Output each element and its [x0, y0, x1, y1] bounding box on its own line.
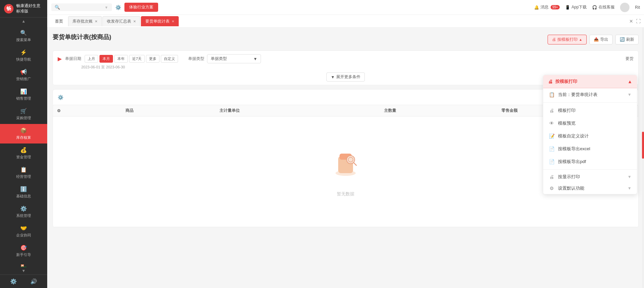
right-filter-group: 要货: [625, 56, 634, 62]
sidebar-icon-marketing: 📢: [20, 69, 27, 75]
dropdown-item-export-excel[interactable]: 📄按模板导出excel: [543, 142, 637, 155]
sidebar-item-quicknav[interactable]: ⚡快捷导航: [0, 46, 47, 65]
dropdown-item-template-design[interactable]: 📝模板自定义设计: [543, 130, 637, 142]
section-arrow-default-func: ▼: [627, 186, 632, 191]
refresh-btn[interactable]: 🔄 刷新: [615, 35, 639, 44]
dropdown-items-list: 🖨模板打印👁模板预览📝模板自定义设计📄按模板导出excel📄按模板导出pdf: [543, 104, 637, 168]
window-close-icon[interactable]: ✕: [629, 19, 633, 24]
sidebar-item-operations[interactable]: 📋经营管理: [0, 163, 47, 183]
main-area: 🔍 ▼ ⚙️ 体验行业方案 🔔 消息 99+ 📱 App下载 🎧 在线客服 Ri…: [47, 0, 644, 288]
topbar-gear-icon[interactable]: ⚙️: [115, 5, 121, 10]
sidebar-icon-enterprise: 🤝: [20, 225, 27, 231]
logo-icon: 畅: [4, 4, 13, 13]
sidebar-label-purchase: 采购管理: [16, 116, 31, 121]
current-template-item[interactable]: 📋 当前：要货单统计表 ▼: [543, 88, 637, 101]
sidebar-label-search: 搜索菜单: [16, 37, 31, 42]
date-btn-last7days[interactable]: 近7天: [129, 55, 145, 63]
sidebar-item-newbie[interactable]: 🎯新手引导: [0, 241, 47, 261]
sidebar-item-purchase[interactable]: 🛒采购管理: [0, 104, 47, 124]
settings-footer-icon[interactable]: ⚙️: [10, 278, 17, 285]
sidebar-icon-finance: 💰: [20, 147, 27, 153]
print-template-btn[interactable]: 🖨 按模板打印 ▲: [548, 35, 587, 44]
date-buttons-group: 上月本月本年近7天更多自定义: [85, 55, 178, 63]
sidebar-icon-purchase: 🛒: [20, 108, 27, 114]
sidebar-item-enterprise[interactable]: 🤝企业协同: [0, 222, 47, 241]
date-btn-more[interactable]: 更多: [146, 55, 159, 63]
sidebar-label-enterprise: 企业协同: [16, 233, 31, 238]
filter-expand-icon[interactable]: ▶: [58, 56, 62, 62]
sidebar-item-search[interactable]: 🔍搜索菜单: [0, 26, 47, 46]
col-header-product: 商品: [121, 105, 215, 117]
dropdown-sections-list: 🖨按显示打印▼⚙设置默认功能▼: [543, 171, 637, 194]
refresh-icon: 🔄: [620, 37, 625, 42]
sidebar-icon-newbie: 🎯: [20, 245, 27, 251]
avatar[interactable]: [620, 3, 630, 12]
expand-more-btn[interactable]: ▼ 展开更多条件: [326, 72, 365, 82]
tab-label-inventory-batch: 库存批次账: [72, 19, 93, 24]
dropdown-item-template-preview[interactable]: 👁模板预览: [543, 117, 637, 130]
order-type-label: 单据类型: [188, 56, 204, 62]
sidebar-label-inventory: 库存核算: [16, 135, 31, 140]
order-type-select[interactable]: 单据类型 ▼: [207, 54, 261, 63]
expand-icon: ▼: [331, 75, 335, 79]
tab-receivables[interactable]: 收发存汇总表✕: [103, 16, 140, 26]
headset-icon: 🎧: [592, 5, 597, 10]
date-btn-custom[interactable]: 自定义: [161, 55, 178, 63]
dropdown-divider-2: [543, 169, 637, 170]
dropdown-item-template-print[interactable]: 🖨模板打印: [543, 104, 637, 117]
online-service-btn[interactable]: 🎧 在线客服: [592, 4, 615, 10]
sidebar-item-basics[interactable]: ℹ️基础信息: [0, 183, 47, 202]
window-expand-icon[interactable]: ⛶: [636, 19, 641, 24]
order-type-filter: 单据类型 单据类型 ▼: [188, 54, 261, 63]
current-template-label: 当前：要货单统计表: [558, 92, 597, 98]
search-input[interactable]: [62, 5, 103, 10]
notifications-btn[interactable]: 🔔 消息 99+: [534, 4, 560, 10]
date-btn-prev_month[interactable]: 上月: [85, 55, 98, 63]
col-header-settings: ⚙: [53, 105, 121, 117]
sidebar-item-finance[interactable]: 💰资金管理: [0, 143, 47, 163]
dropdown-item-label-template-print: 模板打印: [558, 107, 576, 114]
dropdown-close-icon[interactable]: ▲: [627, 79, 632, 84]
scrollbar-thumb[interactable]: [642, 132, 644, 159]
sidebar-scroll-up[interactable]: ▲: [0, 18, 47, 25]
dropdown-section-default-func[interactable]: ⚙设置默认功能▼: [543, 183, 637, 194]
tab-order-stats[interactable]: 要货单统计表✕: [141, 16, 179, 26]
sidebar-item-system[interactable]: ⚙️系统管理: [0, 202, 47, 222]
section-label-display-print: 按显示打印: [558, 174, 580, 180]
tab-home[interactable]: 首页: [51, 16, 67, 26]
col-header-quantity: 主数量: [380, 105, 497, 117]
dropdown-item-icon-template-preview: 👁: [549, 121, 555, 126]
dropdown-section-display-print[interactable]: 🖨按显示打印▼: [543, 171, 637, 183]
tab-close-order-stats[interactable]: ✕: [172, 20, 174, 23]
audio-footer-icon[interactable]: 🔊: [30, 278, 37, 285]
sidebar-item-inventory[interactable]: 📦库存核算: [0, 124, 47, 143]
dropdown-icon[interactable]: ▼: [105, 5, 108, 9]
table-settings-icon[interactable]: ⚙️: [58, 95, 63, 100]
order-type-placeholder: 单据类型: [211, 56, 227, 62]
tab-inventory-batch[interactable]: 库存批次账✕: [68, 16, 102, 26]
sidebar-label-finance: 资金管理: [16, 155, 31, 160]
sidebar-item-sales[interactable]: 📊销售管理: [0, 85, 47, 104]
date-range-display: 2023-06-01 至 2023-06-30: [81, 65, 634, 70]
app-download-btn[interactable]: 📱 App下载: [565, 4, 587, 10]
sidebar-icon-inventory: 📦: [20, 127, 27, 134]
empty-text: 暂无数据: [337, 191, 354, 197]
tab-close-receivables[interactable]: ✕: [133, 20, 136, 23]
logo-text: 畅康通好生意 标准版: [16, 3, 40, 14]
sidebar-item-appcenter[interactable]: 🏪应用中心: [0, 261, 47, 267]
tab-label-order-stats: 要货单统计表: [145, 19, 170, 24]
trial-button[interactable]: 体验行业方案: [124, 3, 158, 12]
col-header-unit: 主计量单位: [215, 105, 380, 117]
section-icon-display-print: 🖨: [549, 174, 555, 180]
tab-close-inventory-batch[interactable]: ✕: [95, 20, 97, 23]
dropdown-item-icon-export-pdf: 📄: [549, 159, 555, 164]
bell-icon: 🔔: [534, 5, 539, 10]
date-btn-current_year[interactable]: 本年: [114, 55, 128, 63]
date-btn-current_month[interactable]: 本月: [99, 55, 113, 63]
export-btn[interactable]: 📤 导出: [589, 35, 613, 44]
dropdown-item-export-pdf[interactable]: 📄按模板导出pdf: [543, 155, 637, 168]
sidebar-scroll-down[interactable]: ▼: [0, 267, 47, 275]
dropdown-header: 🖨 按模板打印 ▲: [543, 75, 637, 88]
sidebar-label-newbie: 新手引导: [16, 252, 31, 257]
sidebar-item-marketing[interactable]: 📢营销推广: [0, 65, 47, 85]
